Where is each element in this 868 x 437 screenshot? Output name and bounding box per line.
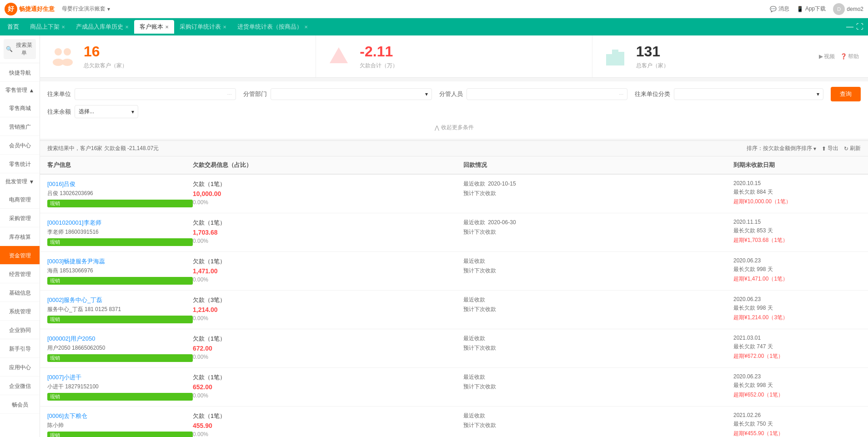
unit-class-label: 往来单位分类 bbox=[635, 90, 670, 98]
tab-customer-account[interactable]: 客户账本 ✕ bbox=[134, 20, 174, 34]
sidebar-item-basic-info[interactable]: 基础信息 bbox=[0, 283, 40, 302]
sidebar-item-enterprise[interactable]: 企业协同 bbox=[0, 321, 40, 339]
tab-maximize-icon[interactable]: ⛶ bbox=[856, 23, 863, 31]
overdue-amount-link[interactable]: 超期¥672.00（1笔） bbox=[733, 352, 861, 360]
tab-close-icon[interactable]: ✕ bbox=[223, 25, 226, 30]
customer-name-link[interactable]: [0002]服务中心_丁磊 bbox=[47, 296, 193, 304]
chevron-down-icon: ▾ bbox=[425, 91, 428, 97]
recent-payment-label: 最近收款 bbox=[463, 335, 734, 342]
dept-select[interactable]: ▾ bbox=[271, 88, 432, 100]
overdue-amount-link[interactable]: 超期¥10,000.00（1笔） bbox=[733, 198, 861, 206]
debt-amount: 1,703.68 bbox=[193, 229, 463, 236]
recent-payment-label: 最近收款 bbox=[463, 296, 734, 304]
sidebar-search[interactable]: 🔍 搜索菜单 bbox=[0, 35, 40, 63]
debt-amount: 672.00 bbox=[193, 345, 463, 352]
unit-class-select[interactable]: ▾ bbox=[674, 88, 823, 100]
sidebar-item-ops-mgmt[interactable]: 经营管理 bbox=[0, 265, 40, 283]
tab-purchase-stats[interactable]: 进货单统计表（按商品） ✕ bbox=[232, 20, 313, 34]
sidebar-item-retail-mall[interactable]: 零售商城 bbox=[0, 99, 40, 117]
due-date: 2020.10.15 bbox=[733, 180, 861, 186]
tab-product-history[interactable]: 产成品入库单历史 ✕ bbox=[70, 20, 134, 34]
customer-name-link[interactable]: [0007]小进干 bbox=[47, 373, 193, 382]
person-input[interactable]: ··· bbox=[467, 88, 628, 100]
customer-name-link[interactable]: [000002]用户2050 bbox=[47, 335, 193, 343]
sidebar-item-sys-mgmt[interactable]: 系统管理 bbox=[0, 302, 40, 321]
sidebar-item-retail-stats[interactable]: 零售统计 bbox=[0, 155, 40, 173]
debt-count: 欠款（1笔） bbox=[193, 180, 463, 188]
customer-name-link[interactable]: [0003]畅捷服务尹海蕊 bbox=[47, 257, 193, 266]
overdue-amount-link[interactable]: 超期¥1,471.00（1笔） bbox=[733, 275, 861, 283]
tab-label: 商品上下架 bbox=[30, 23, 60, 31]
query-button[interactable]: 查询 bbox=[831, 87, 861, 101]
customer-name-link[interactable]: [0001020001]李老师 bbox=[47, 219, 193, 227]
collapse-btn[interactable]: ⋀ 收起更多条件 bbox=[47, 124, 861, 131]
tab-close-icon[interactable]: ✕ bbox=[61, 25, 65, 30]
sidebar-item-corp-wechat[interactable]: 企业微信 bbox=[0, 377, 40, 395]
help-btn[interactable]: ❓ 帮助 bbox=[840, 53, 859, 60]
customer-tag: 现销 bbox=[47, 354, 193, 362]
balance-select[interactable]: 选择... ▾ bbox=[75, 105, 138, 118]
sidebar-item-retail-mgmt[interactable]: 零售管理 ▲ bbox=[0, 82, 40, 99]
debt-amount: 10,000.00 bbox=[193, 190, 463, 197]
table-row: [0006]去下粮仓 陈小帅 现销 欠款（1笔） 455.90 0.00% 最近… bbox=[40, 407, 868, 437]
refresh-btn[interactable]: ↻ 刷新 bbox=[844, 145, 861, 152]
sidebar-label: 批发管理 bbox=[5, 178, 27, 186]
tab-close-icon[interactable]: ✕ bbox=[304, 25, 308, 30]
sidebar-item-app-center[interactable]: 应用中心 bbox=[0, 358, 40, 377]
video-btn[interactable]: ▶ 视频 bbox=[819, 53, 835, 60]
debt-count: 欠款（1笔） bbox=[193, 219, 463, 227]
recent-payment-label: 最近收款 2020-06-30 bbox=[463, 219, 734, 226]
table-row: [0003]畅捷服务尹海蕊 海燕 18513066976 现销 欠款（1笔） 1… bbox=[40, 252, 868, 291]
sidebar-item-vip-member[interactable]: 畅会员 bbox=[0, 395, 40, 414]
from-unit-input[interactable]: ··· bbox=[75, 88, 236, 100]
chevron-down-icon: ▾ bbox=[131, 109, 134, 115]
sort-selector[interactable]: 排序：按欠款金额倒序排序 ▾ bbox=[747, 145, 816, 152]
overdue-amount-link[interactable]: 超期¥1,703.68（1笔） bbox=[733, 236, 861, 244]
search-menu-btn[interactable]: 🔍 搜索菜单 bbox=[4, 39, 36, 59]
customer-contact: 小进干 18279152100 bbox=[47, 383, 193, 391]
company-selector[interactable]: 母婴行业演示账套 ▾ bbox=[58, 5, 114, 13]
sidebar-item-purchase[interactable]: 采购管理 bbox=[0, 209, 40, 227]
table-row: [0007]小进干 小进干 18279152100 现销 欠款（1笔） 652.… bbox=[40, 368, 868, 407]
tab-purchase-order[interactable]: 采购订单统计表 ✕ bbox=[174, 20, 232, 34]
chevron-down-icon: ▾ bbox=[817, 91, 819, 97]
overdue-amount-link[interactable]: 超期¥652.00（1笔） bbox=[733, 391, 861, 399]
customer-name-link[interactable]: [0006]去下粮仓 bbox=[47, 412, 193, 420]
sidebar-item-newbie[interactable]: 新手引导 bbox=[0, 339, 40, 358]
arrow-icon: ▼ bbox=[29, 179, 35, 185]
sidebar-item-inventory[interactable]: 库存核算 bbox=[0, 227, 40, 246]
customer-contact: 李老师 18600391516 bbox=[47, 228, 193, 236]
sidebar-item-marketing[interactable]: 营销推广 bbox=[0, 117, 40, 136]
due-date: 2021.03.01 bbox=[733, 335, 861, 341]
svg-point-1 bbox=[64, 48, 71, 55]
debt-ratio: 0.00% bbox=[193, 276, 463, 283]
sort-chevron-icon: ▾ bbox=[813, 146, 816, 152]
stat-number-total: 131 bbox=[636, 43, 669, 60]
overdue-amount-link[interactable]: 超期¥455.90（1笔） bbox=[733, 430, 861, 437]
tab-close-icon[interactable]: ✕ bbox=[165, 25, 169, 30]
tab-home[interactable]: 首页 bbox=[2, 20, 25, 34]
customer-name-link[interactable]: [0016]吕俊 bbox=[47, 180, 193, 188]
overdue-amount-link[interactable]: 超期¥1,214.00（3笔） bbox=[733, 314, 861, 321]
user-profile[interactable]: D demo2 bbox=[833, 3, 863, 15]
sidebar-item-ecommerce[interactable]: 电商管理 bbox=[0, 190, 40, 209]
sidebar-item-finance[interactable]: 资金管理 bbox=[0, 246, 40, 265]
table-row: [0001020001]李老师 李老师 18600391516 现销 欠款（1笔… bbox=[40, 213, 868, 252]
svg-marker-4 bbox=[330, 47, 348, 63]
app-download-btn[interactable]: 📱 App下载 bbox=[797, 5, 826, 13]
message-btn[interactable]: 💬 消息 bbox=[770, 5, 789, 13]
sidebar-item-quick-nav[interactable]: 快捷导航 bbox=[0, 63, 40, 82]
sidebar-item-member[interactable]: 会员中心 bbox=[0, 136, 40, 155]
sidebar-item-batch-mgmt[interactable]: 批发管理 ▼ bbox=[0, 173, 40, 190]
col-header-payment: 回款情况 bbox=[463, 161, 734, 169]
svg-rect-6 bbox=[612, 50, 618, 65]
tab-product-offshelf[interactable]: 商品上下架 ✕ bbox=[25, 20, 70, 34]
recent-payment-label: 最近收款 bbox=[463, 412, 734, 420]
balance-label: 往来余额 bbox=[47, 108, 71, 116]
export-btn[interactable]: ⬆ 导出 bbox=[822, 145, 838, 152]
overdue-days: 最长欠款 998 天 bbox=[733, 266, 861, 273]
tab-home-label: 首页 bbox=[7, 23, 19, 31]
tab-close-icon[interactable]: ✕ bbox=[125, 25, 129, 30]
customer-contact: 海燕 18513066976 bbox=[47, 267, 193, 275]
tab-minimize-icon[interactable]: — bbox=[846, 23, 853, 31]
